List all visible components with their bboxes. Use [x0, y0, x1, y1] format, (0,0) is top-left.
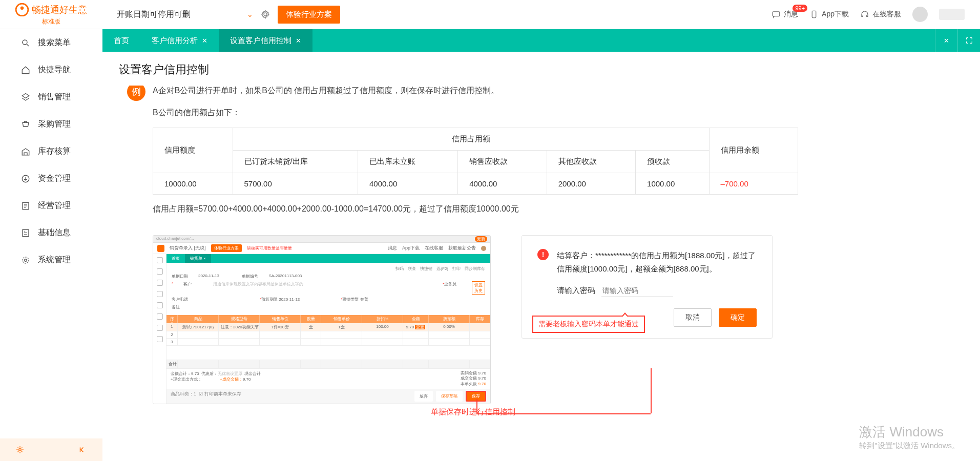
callout-annotation: 需要老板输入密码本单才能通过 — [532, 316, 645, 333]
nav-sales-label: 销售管理 — [38, 92, 71, 102]
service-button[interactable]: 在线客服 — [860, 10, 901, 19]
nav-operation[interactable]: 经营管理 — [0, 192, 102, 219]
svg-rect-2 — [773, 12, 780, 16]
home-icon — [20, 65, 31, 75]
info-icon — [20, 228, 31, 238]
download-button[interactable]: App下载 — [809, 10, 849, 19]
save-button: 保存 — [466, 391, 486, 402]
nav-purchase[interactable]: 采购管理 — [0, 111, 102, 138]
download-icon — [809, 10, 819, 19]
settings-button[interactable] — [260, 9, 270, 19]
header-right: 消息 99+ App下载 在线客服 — [772, 7, 980, 22]
tab-fullscreen[interactable] — [957, 29, 980, 52]
close-icon[interactable]: ✕ — [296, 37, 301, 45]
svg-point-9 — [25, 259, 27, 261]
gear-icon — [261, 10, 270, 19]
logo-block: 畅捷通好生意 标准版 — [0, 3, 102, 26]
th-occupy: 信用占用额 — [233, 128, 709, 151]
brand-edition: 标准版 — [42, 17, 60, 26]
ok-button[interactable]: 确定 — [719, 308, 757, 327]
experience-button[interactable]: 体验行业方案 — [278, 6, 340, 24]
tab-credit-control[interactable]: 设置客户信用控制✕ — [219, 29, 312, 52]
password-input[interactable] — [601, 284, 673, 297]
service-label: 在线客服 — [872, 10, 901, 19]
chevron-down-icon: ⌄ — [247, 10, 253, 18]
nav-funds[interactable]: 资金管理 — [0, 165, 102, 192]
th-c1: 已订货未销货/出库 — [233, 151, 358, 173]
tab-home[interactable]: 首页 — [102, 29, 140, 52]
tab-close-all[interactable]: ✕ — [935, 29, 957, 52]
tab-bar: 首页 客户信用分析✕ 设置客户信用控制✕ ✕ — [102, 29, 980, 52]
th-c3: 销售应收款 — [458, 151, 547, 173]
tag-icon — [20, 92, 31, 102]
table-row: 10000.00 5700.00 4000.00 4000.00 2000.00… — [153, 173, 798, 195]
download-label: App下载 — [822, 10, 849, 19]
nav-footer — [0, 438, 102, 461]
message-icon — [772, 10, 781, 19]
svg-rect-7 — [23, 229, 29, 237]
svg-point-4 — [23, 40, 27, 45]
sales-order-screenshot: cloud.chanjet.com/...更新 销货单录入 [无税] 体验行业方… — [153, 235, 491, 404]
account-label: 开账日期可停用可删 — [117, 9, 191, 20]
th-c4: 其他应收款 — [547, 151, 635, 173]
headset-icon — [860, 10, 869, 19]
user-menu[interactable] — [939, 9, 965, 20]
search-icon — [20, 38, 31, 48]
th-c2: 已出库未立账 — [358, 151, 458, 173]
svg-point-10 — [19, 449, 22, 451]
messages-badge: 99+ — [793, 5, 807, 12]
nav-operation-label: 经营管理 — [38, 200, 71, 211]
report-icon — [20, 201, 31, 211]
save-draft-button: 保存草稿 — [436, 391, 463, 402]
svg-point-8 — [23, 257, 29, 263]
nav-inventory-label: 库存核算 — [38, 146, 71, 157]
gear-icon[interactable] — [15, 445, 25, 454]
warehouse-icon — [20, 146, 31, 157]
credit-warning-dialog: ! 结算客户：************的信用占用额为[1888.00元]，超过了… — [522, 235, 773, 339]
password-label: 请输入密码 — [557, 286, 595, 296]
nav-base[interactable]: 基础信息 — [0, 219, 102, 246]
close-icon[interactable]: ✕ — [202, 37, 207, 45]
th-balance: 信用用余额 — [709, 128, 798, 173]
nav-purchase-label: 采购管理 — [38, 119, 71, 130]
nav-quick[interactable]: 快捷导航 — [0, 56, 102, 83]
discard-button: 放弃 — [414, 391, 433, 402]
illustration-row: cloud.chanjet.com/...更新 销货单录入 [无税] 体验行业方… — [153, 235, 964, 404]
nav-system-label: 系统管理 — [38, 255, 71, 265]
example-badge-icon: 例 — [127, 86, 145, 101]
top-header: 畅捷通好生意 标准版 开账日期可停用可删 ⌄ 体验行业方案 消息 99+ App… — [0, 0, 980, 29]
nav-system[interactable]: 系统管理 — [0, 246, 102, 274]
intro-text-1: A企对B公司进行开单时，如果B公司的 信用占用额超过了信用额度，则在保存时进行信… — [130, 86, 964, 96]
main-area: 首页 客户信用分析✕ 设置客户信用控制✕ ✕ 设置客户信用控制 例 A企对B公司… — [102, 29, 980, 461]
cancel-button[interactable]: 取消 — [674, 308, 712, 327]
money-icon — [20, 174, 31, 184]
messages-button[interactable]: 消息 99+ — [772, 10, 798, 19]
svg-rect-3 — [812, 11, 816, 18]
th-c5: 预收款 — [636, 151, 709, 173]
warning-icon: ! — [537, 249, 549, 260]
intro-text-2: B公司的信用额占如下： — [130, 108, 964, 118]
avatar[interactable] — [912, 7, 928, 22]
system-icon — [20, 255, 31, 265]
left-nav: 搜索菜单 快捷导航 销售管理 采购管理 库存核算 资金管理 经营管理 基础信息 … — [0, 29, 102, 461]
logo-icon — [15, 3, 29, 16]
cart-icon — [20, 119, 31, 130]
credit-table: 信用额度 信用占用额 信用用余额 已订货未销货/出库 已出库未立账 销售应收款 … — [153, 128, 798, 195]
nav-sales[interactable]: 销售管理 — [0, 83, 102, 111]
logo-icon — [157, 245, 164, 252]
collapse-icon[interactable] — [78, 445, 87, 454]
nav-base-label: 基础信息 — [38, 227, 71, 238]
nav-inventory[interactable]: 库存核算 — [0, 138, 102, 165]
account-selector[interactable]: 开账日期可停用可删 ⌄ — [117, 9, 253, 20]
tab-credit-analysis[interactable]: 客户信用分析✕ — [140, 29, 219, 52]
illustration-caption: 单据保存时进行信用控制 — [153, 407, 793, 417]
svg-point-1 — [20, 6, 24, 10]
nav-search[interactable]: 搜索菜单 — [0, 29, 102, 56]
header-mid: 开账日期可停用可删 ⌄ 体验行业方案 — [102, 6, 340, 24]
page-title: 设置客户信用控制 — [102, 52, 980, 86]
nav-quick-label: 快捷导航 — [38, 65, 71, 75]
formula-text: 信用占用额=5700.00+4000.00+4000.00+2000.00-10… — [153, 204, 964, 215]
content-scroll[interactable]: 例 A企对B公司进行开单时，如果B公司的 信用占用额超过了信用额度，则在保存时进… — [102, 86, 980, 461]
brand-name: 畅捷通好生意 — [32, 4, 87, 16]
th-quota: 信用额度 — [153, 128, 233, 173]
